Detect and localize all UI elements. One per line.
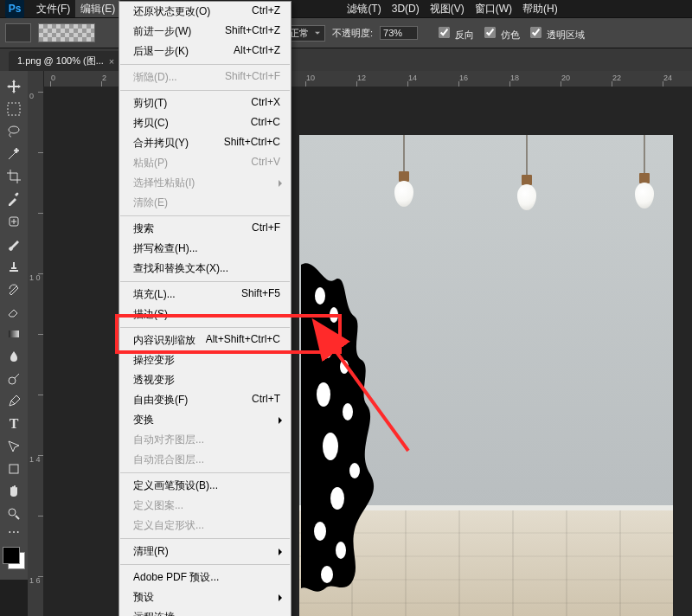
menu-item[interactable]: 搜索Ctrl+F [119, 219, 291, 239]
eraser-tool[interactable] [3, 301, 24, 322]
menu-item[interactable]: Adobe PDF 预设... [119, 568, 291, 587]
menu-item[interactable]: 拷贝(C)Ctrl+C [119, 113, 291, 133]
ruler-vertical[interactable]: 01 01 41 6 [28, 87, 44, 616]
type-tool[interactable]: T [3, 414, 24, 434]
menu-window[interactable]: 窗口(W) [470, 0, 517, 17]
toolbox: T ⋯ [0, 71, 28, 580]
tab-strip: 1.png @ 100% (图... × [0, 48, 692, 71]
menu-item[interactable]: 填充(L)...Shift+F5 [119, 285, 291, 305]
svg-rect-0 [8, 103, 20, 115]
menu-item: 渐隐(D)...Shift+Ctrl+F [119, 67, 291, 87]
shape-tool[interactable] [3, 459, 24, 479]
reverse-checkbox[interactable]: 反向 [435, 24, 474, 42]
menu-item: 自动混合图层... [119, 450, 291, 470]
menu-item[interactable]: 拼写检查(H)... [119, 239, 291, 259]
menu-item[interactable]: 还原状态更改(O)Ctrl+Z [119, 2, 291, 22]
lasso-tool[interactable] [3, 121, 24, 142]
svg-point-6 [9, 509, 16, 516]
tab-document[interactable]: 1.png @ 100% (图... × [9, 51, 123, 71]
opacity-label: 不透明度: [332, 27, 373, 40]
menu-item: 定义图案... [119, 496, 291, 516]
svg-rect-5 [10, 465, 18, 473]
eyedropper-tool[interactable] [3, 189, 24, 209]
heal-tool[interactable] [3, 211, 24, 232]
menu-item[interactable]: 预设 [119, 587, 291, 607]
svg-point-4 [9, 377, 16, 384]
foreground-swatch[interactable] [5, 23, 31, 42]
menu-edit[interactable]: 编辑(E) [75, 0, 120, 17]
edit-menu-dropdown: 还原状态更改(O)Ctrl+Z前进一步(W)Shift+Ctrl+Z后退一步(K… [119, 1, 292, 616]
menu-item: 粘贴(P)Ctrl+V [119, 153, 291, 173]
menu-filter[interactable]: 滤镜(T) [342, 0, 386, 17]
menu-item[interactable]: 自由变换(F)Ctrl+T [119, 390, 291, 410]
document-canvas[interactable] [299, 135, 673, 616]
menu-3d[interactable]: 3D(D) [387, 0, 425, 17]
marquee-tool[interactable] [3, 99, 24, 119]
brush-tool[interactable] [3, 234, 24, 254]
path-tool[interactable] [3, 436, 24, 457]
menu-item: 清除(E) [119, 193, 291, 213]
menu-item[interactable]: 变换 [119, 410, 291, 430]
edit-toolbar-icon[interactable]: ⋯ [3, 526, 24, 538]
zoom-tool[interactable] [3, 504, 24, 524]
close-icon[interactable]: × [109, 56, 114, 67]
menu-item[interactable]: 透视变形 [119, 370, 291, 390]
menu-view[interactable]: 视图(V) [425, 0, 470, 17]
app-logo: Ps [5, 0, 24, 18]
menu-item[interactable]: 清理(R) [119, 542, 291, 561]
tab-label: 1.png @ 100% (图... [17, 55, 104, 67]
menu-item[interactable]: 远程连接... [119, 607, 291, 616]
menu-item: 自动对齐图层... [119, 430, 291, 450]
menu-item[interactable]: 描边(S)... [119, 305, 291, 324]
menu-file[interactable]: 文件(F) [31, 0, 75, 17]
svg-point-1 [9, 126, 19, 133]
fg-bg-swatch[interactable] [3, 547, 25, 569]
wand-tool[interactable] [3, 144, 24, 164]
dodge-tool[interactable] [3, 369, 24, 389]
menubar: Ps 文件(F) 编辑(E) ... ... ... 滤镜(T) 3D(D) 视… [0, 0, 692, 17]
gradient-swatch[interactable] [38, 23, 95, 42]
options-bar: 正常 不透明度: 反向 仿色 透明区域 [0, 17, 692, 48]
menu-item[interactable]: 操控变形 [119, 350, 291, 370]
gradient-tool[interactable] [3, 324, 24, 344]
menu-help[interactable]: 帮助(H) [517, 0, 563, 17]
menu-item: 定义自定形状... [119, 516, 291, 536]
menu-item[interactable]: 查找和替换文本(X)... [119, 259, 291, 279]
hand-tool[interactable] [3, 481, 24, 502]
opacity-input[interactable] [380, 26, 418, 40]
history-brush-tool[interactable] [3, 279, 24, 299]
menu-item[interactable]: 内容识别缩放Alt+Shift+Ctrl+C [119, 330, 291, 350]
move-tool[interactable] [3, 76, 24, 97]
stamp-tool[interactable] [3, 256, 24, 277]
dither-checkbox[interactable]: 仿色 [481, 24, 520, 42]
menu-item: 选择性粘贴(I) [119, 173, 291, 193]
menu-item[interactable]: 剪切(T)Ctrl+X [119, 93, 291, 113]
menu-item[interactable]: 前进一步(W)Shift+Ctrl+Z [119, 22, 291, 42]
menu-item[interactable]: 后退一步(K)Alt+Ctrl+Z [119, 42, 291, 61]
transparency-checkbox[interactable]: 透明区域 [527, 24, 585, 42]
svg-rect-3 [9, 330, 19, 337]
pen-tool[interactable] [3, 391, 24, 412]
crop-tool[interactable] [3, 166, 24, 187]
workspace: T ⋯ 024681012141618202224 01 01 41 6 [0, 71, 692, 616]
menu-item[interactable]: 合并拷贝(Y)Shift+Ctrl+C [119, 133, 291, 153]
blur-tool[interactable] [3, 346, 24, 367]
menu-item[interactable]: 定义画笔预设(B)... [119, 476, 291, 496]
